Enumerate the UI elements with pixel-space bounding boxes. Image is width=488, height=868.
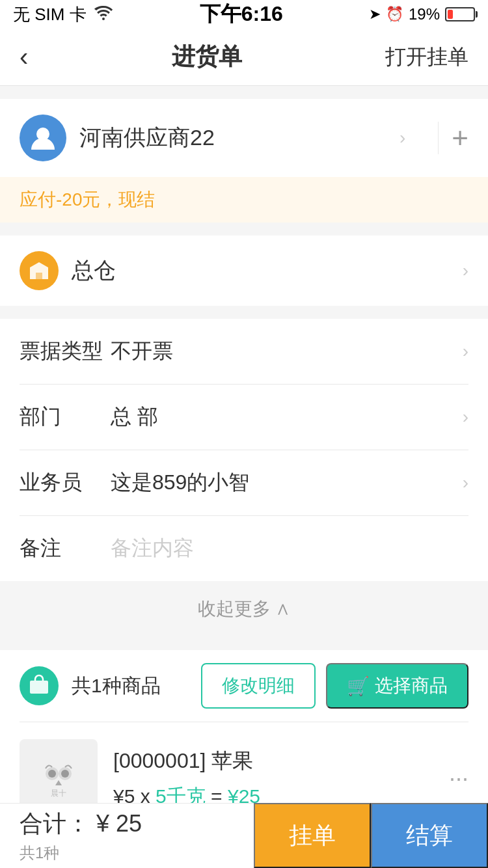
remark-placeholder: 备注内容: [111, 534, 468, 563]
add-supplier-button[interactable]: +: [452, 122, 468, 154]
svg-point-6: [61, 770, 69, 778]
owl-logo-icon: 晨十: [36, 755, 81, 801]
notice-text: 应付-20元，现结: [20, 189, 155, 210]
supplier-chevron-icon: ›: [400, 128, 405, 148]
nav-bar: ‹ 进货单 打开挂单: [0, 29, 488, 86]
warehouse-name: 总仓: [72, 256, 463, 286]
select-products-button[interactable]: 🛒 选择商品: [326, 663, 468, 709]
svg-marker-7: [55, 780, 62, 785]
warehouse-icon: [20, 251, 59, 290]
product-more-button[interactable]: ···: [449, 765, 468, 792]
warehouse-section: 总仓 ›: [0, 236, 488, 306]
total-section: 合计： ¥ 25 共1种: [0, 803, 254, 868]
total-label: 合计：: [20, 810, 90, 837]
product-name: [0000001] 苹果: [113, 747, 439, 776]
collapse-label: 收起更多 ∧: [198, 597, 291, 621]
location-icon: ➤: [369, 6, 381, 23]
department-chevron-icon: ›: [463, 407, 468, 427]
department-value: 总 部: [111, 403, 463, 431]
total-value: ¥ 25: [96, 810, 142, 837]
warehouse-chevron-icon: ›: [463, 260, 468, 281]
svg-rect-1: [36, 273, 42, 279]
warehouse-row[interactable]: 总仓 ›: [0, 236, 488, 306]
products-icon: [20, 666, 59, 705]
supplier-row[interactable]: 河南供应商22 › +: [0, 99, 488, 177]
product-info: [0000001] 苹果 ¥5 x 5千克 = ¥25: [113, 747, 439, 810]
divider-top: [0, 86, 488, 99]
svg-text:晨十: 晨十: [51, 789, 66, 798]
select-products-label: 选择商品: [375, 673, 448, 698]
status-indicators: ➤ ⏰ 19%: [369, 5, 475, 23]
status-bar: 无 SIM 卡 下午6:16 ➤ ⏰ 19%: [0, 0, 488, 29]
wifi-icon: [93, 5, 114, 25]
invoice-chevron-icon: ›: [463, 341, 468, 362]
separator: [438, 122, 439, 154]
salesperson-chevron-icon: ›: [463, 472, 468, 493]
product-title: 苹果: [211, 749, 253, 772]
products-count: 共1种商品: [72, 673, 201, 699]
total-count: 共1种: [20, 843, 234, 863]
department-label: 部门: [20, 403, 111, 431]
alarm-icon: ⏰: [386, 6, 403, 23]
salesperson-value: 这是859的小智: [111, 468, 463, 497]
salesperson-row[interactable]: 业务员 这是859的小智 ›: [0, 450, 488, 515]
carrier-text: 无 SIM 卡: [13, 3, 87, 26]
collapse-row[interactable]: 收起更多 ∧: [0, 581, 488, 637]
salesperson-label: 业务员: [20, 468, 111, 497]
checkout-button[interactable]: 结算: [371, 803, 488, 868]
hold-button[interactable]: 挂单: [254, 803, 371, 868]
product-code: [0000001]: [113, 749, 206, 772]
supplier-section: 河南供应商22 › + 应付-20元，现结: [0, 99, 488, 223]
page-title: 进货单: [172, 41, 242, 73]
status-time: 下午6:16: [200, 0, 283, 29]
invoice-type-row[interactable]: 票据类型 不开票 ›: [0, 319, 488, 384]
divider-2: [0, 306, 488, 319]
supplier-avatar: [20, 115, 66, 161]
department-row[interactable]: 部门 总 部 ›: [0, 385, 488, 450]
status-carrier: 无 SIM 卡: [13, 3, 114, 26]
bottom-bar: 合计： ¥ 25 共1种 挂单 结算: [0, 803, 488, 868]
notice-bar: 应付-20元，现结: [0, 177, 488, 223]
divider-1: [0, 223, 488, 236]
svg-rect-2: [30, 681, 48, 694]
select-products-icon: 🛒: [347, 675, 370, 697]
open-hold-button[interactable]: 打开挂单: [385, 43, 468, 72]
divider-3: [0, 637, 488, 650]
remark-label: 备注: [20, 534, 111, 563]
products-header: 共1种商品 修改明细 🛒 选择商品: [0, 650, 488, 722]
divider-products: [20, 722, 468, 722]
battery-percent: 19%: [409, 5, 440, 23]
total-amount: 合计： ¥ 25: [20, 808, 234, 840]
form-section: 票据类型 不开票 › 部门 总 部 › 业务员 这是859的小智 › 备注 备注…: [0, 319, 488, 581]
remark-row[interactable]: 备注 备注内容: [0, 516, 488, 581]
battery-icon: [445, 7, 475, 21]
svg-point-5: [48, 770, 56, 778]
supplier-name: 河南供应商22: [79, 123, 400, 153]
invoice-type-value: 不开票: [111, 337, 463, 366]
invoice-type-label: 票据类型: [20, 337, 111, 366]
edit-details-button[interactable]: 修改明细: [201, 663, 316, 709]
back-button[interactable]: ‹: [20, 42, 28, 72]
